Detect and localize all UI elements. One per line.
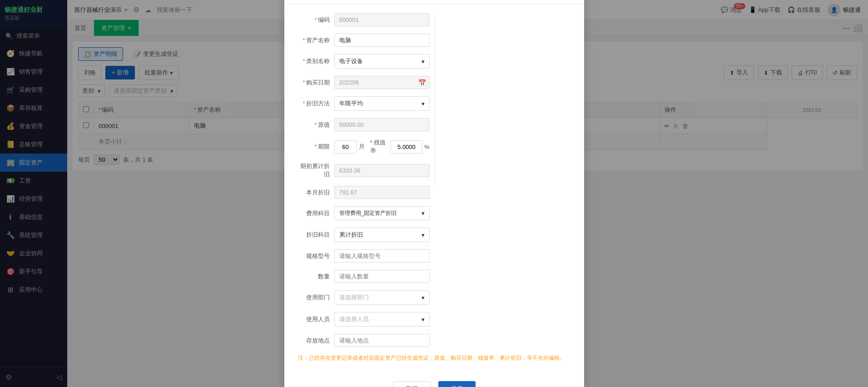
dept-placeholder: 请选择部门: [339, 293, 369, 302]
form-row-category: *类别名称 电子设备 ▾: [298, 54, 430, 69]
purchase-date-label: *购买日期: [298, 79, 334, 87]
location-input[interactable]: [334, 334, 430, 347]
residual-rate-unit: %: [424, 144, 430, 150]
period-label: *期限: [298, 143, 334, 151]
cancel-button[interactable]: 取消: [393, 381, 431, 387]
calendar-icon: 📅: [418, 79, 426, 86]
edit-asset-modal: 编辑固定资产 × *编码 *资产名称: [284, 0, 584, 387]
note-text: 注：已经存在变更记录或者对应固定资产已经生成凭证，原值、购买日期、残值率、累计折…: [298, 355, 565, 361]
modal-body: *编码 *资产名称 *类别名称: [284, 4, 584, 376]
user-label: 使用人员: [298, 315, 334, 323]
expense-subject-label: 费用科目: [298, 209, 334, 218]
form-row-dep-subject: 折旧科目 累计折旧 ▾: [298, 228, 430, 242]
modal-header: 编辑固定资产 ×: [284, 0, 584, 4]
form-row-user: 使用人员 请选择人员 ▾: [298, 312, 430, 327]
purchase-date-wrapper: 📅: [334, 76, 430, 89]
dep-method-value: 年限平均: [339, 99, 363, 108]
modal-footer: 取消 保存: [284, 376, 584, 387]
form-row-expense-subject: 费用科目 管理费用_固定资产折旧 ▾: [298, 206, 430, 220]
quantity-label: 数量: [298, 273, 334, 281]
dropdown-icon: ▾: [422, 210, 425, 217]
save-button[interactable]: 保存: [438, 381, 476, 387]
form-row-spec: 规格型号: [298, 249, 430, 263]
form-row-purchase-date: *购买日期 📅: [298, 76, 430, 89]
asset-name-input[interactable]: [334, 34, 430, 47]
original-value-label: *原值: [298, 121, 334, 129]
monthly-dep-input: [334, 186, 430, 199]
original-value-input[interactable]: [334, 118, 430, 131]
code-input[interactable]: [334, 13, 430, 26]
dep-method-label: *折旧方法: [298, 99, 334, 108]
period-input[interactable]: [334, 140, 357, 154]
period-unit: 月: [359, 143, 365, 151]
form-row-location: 存放地点: [298, 334, 430, 347]
form-row-monthly-dep: 本月折旧: [298, 186, 430, 199]
form-row-original-value: *原值: [298, 118, 430, 131]
dept-select[interactable]: 请选择部门 ▾: [334, 290, 430, 305]
modal-left-col: *编码 *资产名称 *类别名称: [293, 13, 434, 186]
form-row-dep-method: *折旧方法 年限平均 ▾: [298, 96, 430, 111]
category-label: *类别名称: [298, 57, 334, 65]
dep-subject-label: 折旧科目: [298, 231, 334, 239]
dropdown-icon: ▾: [422, 294, 425, 301]
modal-note: 注：已经存在变更记录或者对应固定资产已经生成凭证，原值、购买日期、残值率、累计折…: [293, 354, 575, 367]
form-row-initial-dep: 期初累计折旧: [298, 162, 430, 179]
modal-divider: [434, 13, 435, 186]
dep-subject-select[interactable]: 累计折旧 ▾: [334, 228, 430, 242]
residual-rate-label: * 残值率: [370, 139, 387, 155]
dept-label: 使用部门: [298, 293, 334, 302]
form-row-asset-name: *资产名称: [298, 34, 430, 47]
period-input-row: 月 * 残值率 %: [334, 139, 430, 155]
dep-method-select[interactable]: 年限平均 ▾: [334, 96, 430, 111]
form-row-period: *期限 月 * 残值率 %: [298, 139, 430, 155]
form-row-dept: 使用部门 请选择部门 ▾: [298, 290, 430, 305]
expense-subject-select[interactable]: 管理费用_固定资产折旧 ▾: [334, 206, 430, 220]
initial-dep-input[interactable]: [334, 164, 430, 177]
quantity-input[interactable]: [334, 270, 430, 283]
user-placeholder: 请选择人员: [339, 315, 369, 323]
code-label: *编码: [298, 16, 334, 24]
modal-overlay: 编辑固定资产 × *编码 *资产名称: [0, 0, 868, 387]
dropdown-icon: ▾: [422, 232, 425, 238]
dropdown-icon: ▾: [422, 100, 425, 107]
user-select[interactable]: 请选择人员 ▾: [334, 312, 430, 327]
form-row-quantity: 数量: [298, 270, 430, 283]
dropdown-icon: ▾: [422, 316, 425, 323]
category-select[interactable]: 电子设备 ▾: [334, 54, 430, 69]
category-value: 电子设备: [339, 57, 363, 65]
spec-input[interactable]: [334, 249, 430, 263]
residual-rate-input[interactable]: [391, 140, 422, 154]
dep-subject-value: 累计折旧: [339, 231, 363, 239]
purchase-date-input[interactable]: [334, 76, 430, 89]
monthly-dep-label: 本月折旧: [298, 189, 334, 197]
location-label: 存放地点: [298, 337, 334, 345]
asset-name-label: *资产名称: [298, 36, 334, 45]
expense-subject-value: 管理费用_固定资产折旧: [339, 209, 397, 217]
initial-dep-label: 期初累计折旧: [298, 162, 334, 179]
spec-label: 规格型号: [298, 252, 334, 260]
form-row-code: *编码: [298, 13, 430, 26]
dropdown-icon: ▾: [422, 58, 425, 65]
modal-grid: *编码 *资产名称 *类别名称: [293, 13, 575, 354]
modal-right-col: 本月折旧 费用科目 管理费用_固定资产折旧 ▾: [293, 186, 434, 354]
